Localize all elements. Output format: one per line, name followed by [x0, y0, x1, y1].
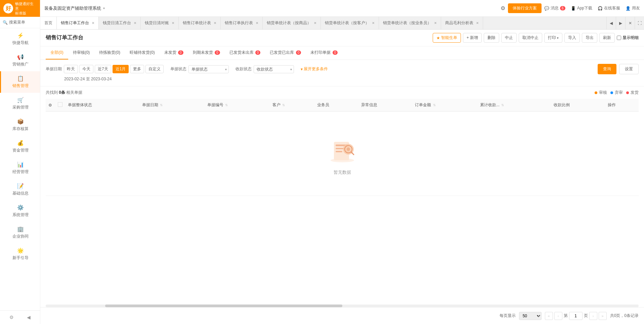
delete-button[interactable]: 删除: [484, 33, 499, 43]
sort-date-icon: ⇅: [160, 103, 163, 107]
export-button[interactable]: 导出: [582, 33, 597, 43]
filter-tab-shipped-out[interactable]: 已发货已出库 0: [265, 46, 306, 59]
page-last-btn[interactable]: »: [599, 312, 607, 320]
tab-nav-next[interactable]: ▶: [616, 17, 625, 30]
sidebar-collapse-btn[interactable]: ◀: [26, 313, 32, 321]
filter-tab-not-shipped[interactable]: 未发货 0: [160, 46, 188, 59]
tab-close-sales-exec[interactable]: ✕: [256, 21, 258, 25]
refresh-button[interactable]: 刷新: [599, 33, 615, 43]
cancel-stop-button[interactable]: 取消中止: [519, 33, 542, 43]
sidebar-item-finance[interactable]: 💰 资金管理: [0, 136, 40, 157]
th-collected[interactable]: 累计收款... ⇅: [477, 99, 551, 112]
tab-close-sales-stats[interactable]: ✕: [214, 21, 216, 25]
date-more[interactable]: 更多: [130, 65, 144, 73]
page-prev-btn[interactable]: ‹: [554, 312, 562, 320]
app-download-btn[interactable]: 📱 App下载: [571, 5, 592, 11]
sidebar-item-sales[interactable]: 📋 销售管理: [0, 71, 40, 93]
page-toolbar: 销售订单工作台 ★ 智能生单 + 新增 删除 中止 取消中止 打印 ▾ 导入 导…: [40, 30, 644, 46]
per-page-select[interactable]: 50 100 200: [519, 312, 542, 320]
date-custom[interactable]: 自定义: [145, 65, 164, 73]
filter-tab-pending-inspect[interactable]: 待拣验货(0): [94, 46, 125, 59]
import-button[interactable]: 导入: [564, 33, 580, 43]
dropdown-arrow-icon[interactable]: ▾: [103, 6, 105, 10]
sidebar-item-system[interactable]: ⚙️ 系统管理: [0, 200, 40, 222]
horizontal-scrollbar[interactable]: [46, 305, 639, 307]
stop-button[interactable]: 中止: [501, 33, 517, 43]
tab-close-summary-customer[interactable]: ✕: [372, 21, 375, 25]
sidebar-item-base[interactable]: 📝 基础信息: [0, 179, 40, 200]
status-select-wrapper: 单据状态: [188, 65, 229, 73]
tab-sales-summary-staff[interactable]: 销货单统计表（按业务员） ✕: [379, 17, 441, 30]
status-select[interactable]: 单据状态: [188, 65, 229, 73]
page-number-input[interactable]: [569, 312, 583, 320]
anti-review-dot: [610, 91, 613, 94]
tab-nav-prev[interactable]: ◀: [606, 17, 616, 30]
print-button[interactable]: 打印 ▾: [544, 33, 562, 43]
show-detail-checkbox[interactable]: [617, 36, 621, 40]
th-date[interactable]: 单据日期 ⇅: [139, 99, 205, 112]
th-settings[interactable]: ⚙: [46, 99, 55, 112]
tab-sales-summary-product[interactable]: 销货单统计表（按商品） ✕: [263, 17, 321, 30]
review-link[interactable]: 审核: [595, 90, 607, 95]
tab-sales-summary-customer[interactable]: 销货单统计表（按客户） ✕: [321, 17, 379, 30]
tab-sales-stats[interactable]: 销售订单统计表 ✕: [179, 17, 221, 30]
user-menu-btn[interactable]: 👤 用友: [626, 5, 640, 11]
new-button[interactable]: + 新增: [463, 33, 482, 43]
settings-icon[interactable]: ⚙: [501, 5, 505, 11]
tab-close-cash-daily[interactable]: ✕: [134, 21, 136, 25]
sidebar-item-purchase[interactable]: 🛒 采购管理: [0, 93, 40, 114]
tab-nav-fullscreen[interactable]: ⛶: [635, 17, 644, 30]
tab-cash-daily[interactable]: 钱货日清工作台 ✕: [99, 17, 141, 30]
sidebar-item-quick-nav[interactable]: ⚡ 快捷导航: [0, 28, 40, 50]
industry-solution-button[interactable]: 体验行业方案: [508, 3, 542, 13]
date-7days[interactable]: 近7天: [95, 65, 111, 73]
filter-tab-wangpu[interactable]: 旺铺待发货(0): [125, 46, 160, 59]
smart-create-button[interactable]: ★ 智能生单: [433, 33, 461, 43]
date-yesterday[interactable]: 昨天: [64, 65, 78, 73]
tab-home[interactable]: 首页: [40, 17, 57, 30]
th-customer[interactable]: 客户 ⇅: [270, 99, 315, 112]
tab-sales-workbench[interactable]: 销售订单工作台 ✕: [57, 17, 99, 30]
filter-tab-pending-review[interactable]: 待审核(0): [68, 46, 95, 59]
message-btn[interactable]: 💬 消息 6: [544, 5, 565, 11]
sidebar-item-enterprise[interactable]: 🏢 企业协同: [0, 222, 40, 243]
expand-conditions-button[interactable]: ▾ 展开更多条件: [301, 66, 328, 72]
th-number[interactable]: 单据编号 ⇅: [205, 99, 270, 112]
tab-close-sales-workbench[interactable]: ✕: [92, 21, 94, 25]
th-amount[interactable]: 订单金额 ⇅: [412, 99, 477, 112]
payment-select[interactable]: 收款状态: [254, 65, 294, 73]
sidebar-item-operations[interactable]: 📊 经营管理: [0, 157, 40, 179]
filter-tab-overdue-not-shipped[interactable]: 到期未发货 0: [188, 46, 225, 59]
sidebar-item-stock[interactable]: 📦 库存核算: [0, 114, 40, 136]
tab-close-margin-analysis[interactable]: ✕: [476, 21, 479, 25]
expand-filter-btn[interactable]: ▾ 展开更多条件: [301, 66, 328, 72]
filter-tab-shipped-not-out[interactable]: 已发货未出库 0: [225, 46, 265, 59]
date-today[interactable]: 今天: [79, 65, 93, 73]
tab-sales-exec[interactable]: 销售订单执行表 ✕: [221, 17, 263, 30]
set-button[interactable]: 设置: [619, 64, 639, 74]
sidebar-search[interactable]: 🔍 搜索菜单: [0, 17, 40, 28]
date-1month[interactable]: 近1月: [113, 65, 129, 73]
th-checkbox[interactable]: [55, 99, 65, 112]
ship-link[interactable]: 发货: [626, 90, 639, 95]
sidebar-item-newbie[interactable]: 🌟 新手引导: [0, 243, 40, 265]
anti-review-link[interactable]: 弃审: [610, 90, 623, 95]
tab-close-cash-reconcile[interactable]: ✕: [172, 21, 174, 25]
tab-nav-close-all[interactable]: ✕: [625, 17, 635, 30]
filter-tab-all[interactable]: 全部(0): [46, 46, 68, 59]
scrollbar-thumb[interactable]: [105, 305, 342, 307]
show-detail-label[interactable]: 显示明细: [617, 35, 639, 41]
filter-tab-not-printed[interactable]: 未打印单据 0: [306, 46, 342, 59]
date-filter: 单据日期 昨天 今天 近7天 近1月 更多 自定义: [46, 65, 164, 73]
tab-close-summary-staff[interactable]: ✕: [434, 21, 437, 25]
page-first-btn[interactable]: «: [545, 312, 553, 320]
page-next-btn[interactable]: ›: [589, 312, 597, 320]
sidebar-settings-btn[interactable]: ⚙: [8, 313, 15, 321]
online-service-btn[interactable]: 🎧 在线客服: [598, 5, 620, 11]
tab-close-summary-product[interactable]: ✕: [314, 21, 316, 25]
tab-margin-analysis[interactable]: 商品毛利分析表 ✕: [441, 17, 483, 30]
sidebar-item-marketing[interactable]: 📢 营销推广: [0, 50, 40, 71]
header-checkbox[interactable]: [58, 102, 62, 107]
tab-cash-reconcile[interactable]: 钱货日清对账 ✕: [141, 17, 179, 30]
query-button[interactable]: 查询: [598, 64, 616, 74]
